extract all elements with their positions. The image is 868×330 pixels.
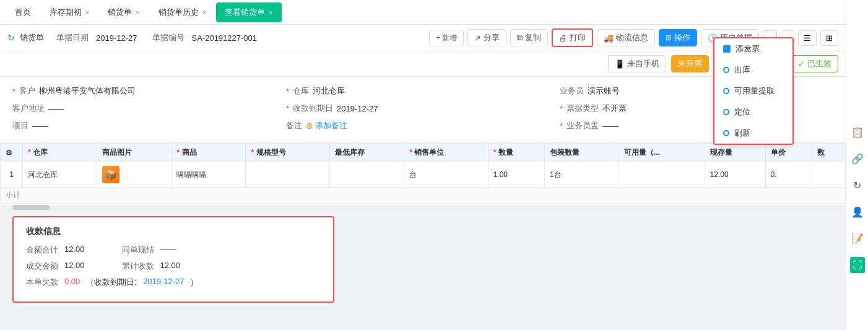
cell-current: 12.00: [705, 162, 765, 188]
tab-history-close[interactable]: ×: [202, 9, 206, 16]
cell-product: 嗝嗝嗝嗝: [171, 162, 246, 188]
locate-label: 定位: [734, 106, 750, 118]
new-button[interactable]: + 新增: [429, 30, 464, 46]
payment-row-3: 本单欠款 0.00 （收款到期日: 2019-12-27 ）: [26, 277, 321, 288]
cell-index: 1: [1, 162, 23, 188]
scroll-hint[interactable]: [0, 205, 846, 210]
table-header-row: ⚙ * 仓库 商品图片 * 商品 * 规格型号 最低库存 * 销售单位 * 数量…: [1, 144, 846, 162]
th-settings[interactable]: ⚙: [1, 144, 23, 162]
tab-bar: 首页 库存期初 × 销货单 × 销货单历史 × 查看销货单 × ×: [0, 0, 846, 25]
dropdown-menu: 添发票 出库 可用量提取 定位 刷新: [713, 37, 794, 145]
th-qty: * 数量: [488, 144, 544, 162]
th-product: * 商品: [171, 144, 246, 162]
th-image: 商品图片: [97, 144, 171, 162]
effective-button[interactable]: ✓ 已生效: [791, 55, 838, 72]
not-open-button[interactable]: 未开票: [671, 55, 709, 72]
tab-view-sales-close[interactable]: ×: [269, 9, 272, 16]
tab-home[interactable]: 首页: [6, 2, 40, 22]
note-field: 备注 ⊕ 添加备注: [286, 120, 560, 131]
product-image: 📦: [102, 166, 119, 183]
plus-icon: ⊕: [306, 121, 313, 131]
required-marker2: *: [286, 87, 289, 96]
table-row: 1 河北仓库 📦 嗝嗝嗝嗝 台 1.00 1台 12.00 0.: [1, 162, 846, 188]
outstock-label: 出库: [734, 64, 750, 76]
dropdown-item-outstock[interactable]: 出库: [714, 59, 792, 80]
form-row-3: 项目 —— 备注 ⊕ 添加备注 * 业务员盂 ——: [12, 120, 833, 131]
dropdown-item-available[interactable]: 可用量提取: [714, 80, 792, 102]
sidebar-link-icon[interactable]: 🔗: [849, 150, 866, 167]
refresh-icon: [723, 130, 729, 136]
cell-warehouse: 河北仓库: [23, 162, 97, 188]
copy-button[interactable]: ⧉ 复制: [510, 29, 548, 46]
same-order-field: 同单现结 ——: [122, 245, 176, 256]
order-value: SA-20191227-001: [192, 33, 258, 43]
available-label: 可用量提取: [734, 85, 775, 97]
available-icon: [723, 88, 729, 94]
owe-bracket: ）: [190, 277, 198, 288]
deal-amount-label: 成交金额: [26, 261, 58, 272]
date-value: 2019-12-27: [96, 33, 137, 43]
add-note-button[interactable]: ⊕ 添加备注: [306, 120, 347, 131]
deal-amount-field: 成交金额 12.00: [26, 261, 85, 272]
address-field: 客户地址 ——: [12, 103, 286, 114]
operate-button[interactable]: ⊞ 操作: [659, 29, 697, 46]
th-unit: * 销售单位: [404, 144, 488, 162]
same-order-value: ——: [160, 245, 176, 256]
print-button[interactable]: 🖨 打印: [552, 28, 593, 47]
payment-info-box: 收款信息 金额合计 12.00 同单现结 —— 成交金额 12.00 累计收款 …: [12, 216, 334, 303]
owe-field: 本单欠款 0.00 （收款到期日: 2019-12-27 ）: [26, 277, 198, 288]
table-wrap: ⚙ * 仓库 商品图片 * 商品 * 规格型号 最低库存 * 销售单位 * 数量…: [0, 142, 846, 210]
sidebar-refresh-icon[interactable]: ↻: [851, 177, 864, 194]
from-phone-button[interactable]: 📱 来自手机: [608, 55, 666, 72]
required-marker5: *: [560, 121, 563, 131]
payment-title: 收款信息: [26, 226, 321, 237]
tab-view-sales[interactable]: 查看销货单 ×: [216, 2, 281, 22]
share-button[interactable]: ↗ 分享: [467, 29, 506, 46]
sidebar-note-icon[interactable]: 📝: [849, 230, 866, 247]
tab-sales[interactable]: 销货单 ×: [99, 2, 148, 22]
logistics-button[interactable]: 🚚 物流信息: [597, 29, 655, 46]
sidebar-doc-icon[interactable]: 📋: [849, 124, 866, 141]
total-amount-value: 12.00: [64, 245, 85, 256]
th-num: 数: [812, 144, 846, 162]
locate-icon: [723, 109, 729, 115]
sidebar-expand-icon[interactable]: ⛶: [850, 257, 865, 273]
scroll-thumb: [12, 205, 50, 210]
outstock-icon: [723, 67, 729, 73]
th-price: 单价: [765, 144, 812, 162]
payment-date-field: * 收款到期日 2019-12-27: [286, 103, 560, 114]
subtotal-label: 小计: [1, 188, 846, 204]
data-table: ⚙ * 仓库 商品图片 * 商品 * 规格型号 最低库存 * 销售单位 * 数量…: [0, 143, 846, 204]
payment-row-2: 成交金额 12.00 累计收款 12.00: [26, 261, 321, 272]
total-amount-field: 金额合计 12.00: [26, 245, 85, 256]
payment-row-1: 金额合计 12.00 同单现结 ——: [26, 245, 321, 256]
cell-price: 0.: [765, 162, 812, 188]
dropdown-item-locate[interactable]: 定位: [714, 102, 792, 123]
doc-type-label: 销货单: [20, 32, 44, 43]
total-amount-label: 金额合计: [26, 245, 58, 256]
tab-inventory[interactable]: 库存期初 ×: [41, 2, 98, 22]
tab-sales-close[interactable]: ×: [136, 9, 139, 16]
sidebar-user-icon[interactable]: 👤: [849, 204, 866, 220]
grid-icon: ⊞: [666, 33, 672, 42]
cell-image: 📦: [97, 162, 171, 188]
dropdown-item-invoice[interactable]: 添发票: [714, 38, 792, 59]
tab-inventory-close[interactable]: ×: [85, 9, 89, 16]
form-row-2: 客户地址 —— * 收款到期日 2019-12-27 * 票据类型 不开票: [12, 103, 833, 114]
cell-packqty: 1台: [544, 162, 618, 188]
owe-value: 0.00: [64, 277, 80, 288]
deal-amount-value: 12.00: [64, 261, 85, 272]
list-view-button[interactable]: ☰: [798, 30, 817, 46]
subtotal-row: 小计: [1, 188, 846, 204]
cumulative-field: 累计收款 12.00: [122, 261, 181, 272]
required-marker: *: [12, 87, 15, 96]
grid-view-button[interactable]: ⊞: [820, 30, 838, 46]
th-minstock: 最低库存: [329, 144, 404, 162]
dropdown-item-refresh[interactable]: 刷新: [714, 123, 792, 144]
cumulative-label: 累计收款: [122, 261, 154, 272]
th-packqty: 包装数量: [544, 144, 618, 162]
invoice-label: 添发票: [736, 43, 760, 54]
tab-history[interactable]: 销货单历史 ×: [150, 2, 215, 22]
cell-unit: 台: [404, 162, 488, 188]
truck-icon: 🚚: [604, 33, 614, 43]
